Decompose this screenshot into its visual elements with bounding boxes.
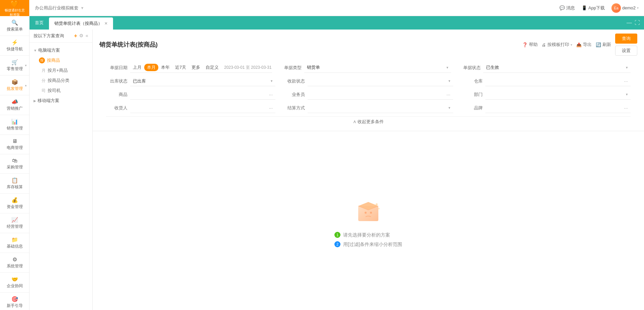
tree-desktop[interactable]: ▼ 电脑端方案 bbox=[30, 45, 92, 55]
tree-mobile[interactable]: ▶ 移动端方案 bbox=[30, 96, 92, 106]
tree-child-by-cashier[interactable]: 司 按司机 bbox=[30, 86, 92, 96]
export-icon: 📤 bbox=[576, 42, 582, 47]
sidebar-item-retail[interactable]: 🛒 零售管理 bbox=[0, 56, 29, 75]
sidebar-item-cooperation[interactable]: 🤝 企业协同 bbox=[0, 273, 29, 293]
tree-arrow-down-icon: ▼ bbox=[34, 49, 37, 52]
phone-icon: 📱 bbox=[582, 5, 587, 10]
tab-bar: 首页 销货单统计表（按商品） ✕ — ⛶ bbox=[30, 16, 644, 30]
filter-row-4: 收货人 ··· 结算方式 ▾ 品牌 ··· bbox=[106, 103, 631, 113]
status-dropdown-icon: ▾ bbox=[626, 65, 628, 70]
brand-filter[interactable]: ··· bbox=[485, 103, 631, 113]
date-tab-last-month[interactable]: 上月 bbox=[130, 64, 144, 71]
tab-minimize-icon[interactable]: — bbox=[627, 20, 632, 26]
date-tab-this-month[interactable]: 本月 bbox=[144, 64, 158, 71]
top-header: 办公用品行业模拟账套 ▾ 💬 消息 📱 App下载 Ea demo2 ▾ bbox=[30, 0, 644, 16]
sidebar-item-marketing[interactable]: 📣 营销推广 bbox=[0, 95, 29, 115]
scheme-icon-month: 月 bbox=[42, 68, 46, 73]
newguide-icon: 🎯 bbox=[11, 296, 18, 302]
date-tab-this-year[interactable]: 本年 bbox=[158, 64, 172, 71]
status-filter[interactable]: 已生效 ▾ bbox=[483, 63, 631, 73]
query-button[interactable]: 查询 bbox=[615, 34, 637, 44]
page-header: 销货单统计表(按商品) ❓ 帮助 🖨 按模板打印 ▾ 📤 bbox=[93, 30, 644, 131]
date-tab-7days[interactable]: 近7天 bbox=[172, 64, 189, 71]
breadcrumb-arrow: ▾ bbox=[81, 5, 84, 10]
avatar: Ea bbox=[611, 3, 621, 13]
date-tab-custom[interactable]: 自定义 bbox=[203, 64, 221, 71]
sidebar-item-wholesale[interactable]: 📦 批发管理 bbox=[0, 75, 29, 95]
help-btn[interactable]: ❓ 帮助 bbox=[522, 42, 538, 48]
tip-number-1: 1 bbox=[334, 232, 340, 238]
print-btn[interactable]: 🖨 按模板打印 ▾ bbox=[542, 42, 572, 48]
receiver-filter[interactable]: ··· bbox=[130, 103, 275, 113]
sidebar-item-finance[interactable]: 💰 资金管理 bbox=[0, 194, 29, 213]
sidebar-item-purchase[interactable]: 🛍 采购管理 bbox=[0, 154, 29, 174]
payment-dropdown-icon: ▾ bbox=[448, 79, 450, 83]
query-settings-group: 查询 设置 bbox=[615, 34, 637, 56]
dept-filter[interactable]: ▾ bbox=[485, 90, 631, 100]
salesperson-filter[interactable]: ··· bbox=[308, 90, 453, 100]
collapse-bar[interactable]: ∧ 收起更多条件 bbox=[106, 116, 631, 127]
sidebar-item-inventory[interactable]: 📋 库存核算 bbox=[0, 174, 29, 194]
sidebar-item-quick[interactable]: ⚡ 快捷导航 bbox=[0, 36, 29, 56]
tip-number-2: 2 bbox=[334, 241, 340, 247]
help-icon: ❓ bbox=[522, 42, 528, 47]
config-scheme-btn[interactable]: ⚙ bbox=[79, 33, 84, 39]
filter-area: 单据日期 上月 本月 本年 近7天 更多 自定义 2023-03-01 至 20… bbox=[99, 58, 637, 131]
add-scheme-btn[interactable]: + bbox=[74, 33, 77, 39]
chevron-down-icon: ▾ bbox=[637, 6, 639, 10]
tree-arrow-right-icon: ▶ bbox=[34, 99, 36, 103]
header-left: 办公用品行业模拟账套 ▾ bbox=[35, 5, 84, 11]
settlement-label: 结算方式 bbox=[283, 105, 308, 111]
sidebar-item-operations[interactable]: 📈 经营管理 bbox=[0, 213, 29, 233]
export-btn[interactable]: 📤 导出 bbox=[576, 42, 592, 48]
tab-close-icon[interactable]: ✕ bbox=[104, 21, 108, 26]
out-dropdown-icon: ▾ bbox=[271, 79, 273, 83]
type-value: 销货单 bbox=[307, 64, 320, 70]
sidebar-item-system[interactable]: ⚙ 系统管理 bbox=[0, 253, 29, 273]
receiver-label: 收货人 bbox=[106, 105, 130, 111]
sidebar-item-newguide[interactable]: 🎯 新手引导 bbox=[0, 293, 29, 310]
out-value: 已出库 bbox=[133, 78, 146, 84]
sidebar-item-ecommerce[interactable]: 🖥 电商管理 bbox=[0, 135, 29, 154]
empty-tips: 1 请先选择要分析的方案 2 用[过滤]条件来缩小分析范围 bbox=[334, 230, 402, 249]
warehouse-filter[interactable]: ··· bbox=[485, 76, 631, 86]
filter-row-1: 单据日期 上月 本月 本年 近7天 更多 自定义 2023-03-01 至 20… bbox=[106, 62, 631, 73]
tree-child-by-category[interactable]: 分 按商品分类 bbox=[30, 75, 92, 86]
date-label: 单据日期 bbox=[106, 65, 130, 71]
sidebar-item-basics[interactable]: 📁 基础信息 bbox=[0, 233, 29, 253]
header-right: 💬 消息 📱 App下载 Ea demo2 ▾ bbox=[559, 3, 639, 13]
tab-report[interactable]: 销货单统计表（按商品） ✕ bbox=[49, 17, 113, 30]
main-content: 销货单统计表(按商品) ❓ 帮助 🖨 按模板打印 ▾ 📤 bbox=[93, 30, 644, 310]
app-download-btn[interactable]: 📱 App下载 bbox=[582, 5, 605, 11]
out-filter[interactable]: 已出库 ▾ bbox=[130, 76, 275, 86]
tree-child-by-month-product[interactable]: 月 按月+商品 bbox=[30, 65, 92, 75]
product-dots-icon[interactable]: ··· bbox=[269, 92, 273, 97]
product-filter[interactable]: ··· bbox=[130, 90, 275, 100]
type-dropdown-icon: ▾ bbox=[446, 65, 448, 70]
collapse-sidebar-btn[interactable]: « bbox=[86, 33, 88, 39]
user-menu[interactable]: Ea demo2 ▾ bbox=[611, 3, 639, 13]
receiver-dots-icon[interactable]: ··· bbox=[269, 105, 273, 111]
sidebar-item-sales[interactable]: 📊 销售管理 bbox=[0, 115, 29, 135]
brand-dots-icon[interactable]: ··· bbox=[624, 105, 628, 111]
refresh-btn[interactable]: 🔄 刷新 bbox=[596, 42, 611, 48]
payment-filter[interactable]: ▾ bbox=[308, 76, 453, 86]
type-filter[interactable]: 销货单 ▾ bbox=[304, 63, 451, 73]
basics-icon: 📁 bbox=[11, 237, 18, 243]
tab-expand-icon[interactable]: ⛶ bbox=[635, 20, 640, 26]
type-label: 单据类型 bbox=[280, 65, 304, 71]
message-icon: 💬 bbox=[559, 5, 565, 10]
sidebar-actions: + ⚙ « bbox=[74, 33, 88, 39]
settlement-filter[interactable]: ▾ bbox=[308, 103, 453, 113]
tree-child-by-product[interactable]: 按 按商品 bbox=[30, 55, 92, 65]
message-btn[interactable]: 💬 消息 bbox=[559, 5, 575, 11]
sidebar-item-search[interactable]: 🔍 搜索菜单 bbox=[0, 16, 29, 36]
tab-home[interactable]: 首页 bbox=[30, 16, 49, 30]
salesperson-dots-icon[interactable]: ··· bbox=[446, 92, 450, 97]
settings-button[interactable]: 设置 bbox=[615, 46, 637, 56]
date-tab-more[interactable]: 更多 bbox=[189, 64, 203, 71]
status-label: 单据状态 bbox=[459, 65, 483, 71]
warehouse-dots-icon[interactable]: ··· bbox=[624, 79, 628, 84]
empty-state: 1 请先选择要分析的方案 2 用[过滤]条件来缩小分析范围 bbox=[93, 131, 644, 310]
scheme-icon-product: 按 bbox=[39, 57, 45, 63]
